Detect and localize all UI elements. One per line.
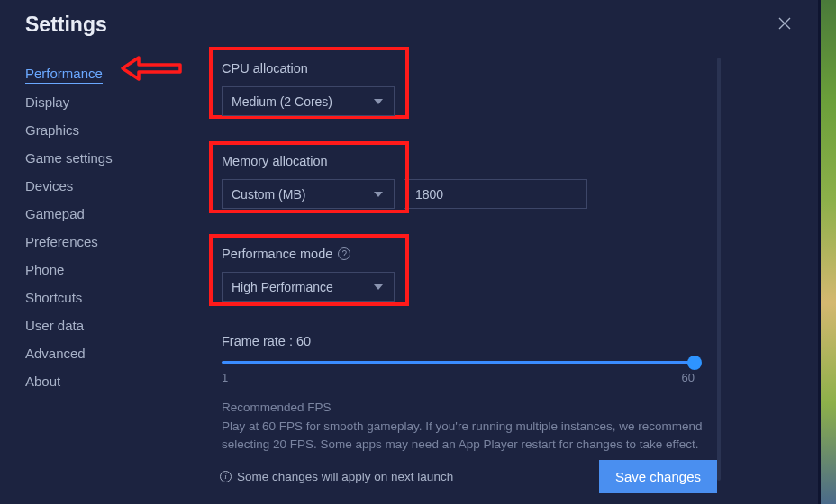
sidebar-item-graphics[interactable]: Graphics [25,116,207,144]
sidebar: Performance Display Graphics Game settin… [0,43,207,504]
header: Settings [0,0,818,43]
info-icon: i [220,471,232,482]
sidebar-item-performance[interactable]: Performance [25,59,103,84]
framerate-slider-thumb[interactable] [687,356,702,370]
chevron-down-icon [374,284,383,290]
memory-allocation-select[interactable]: Custom (MB) [222,179,395,209]
sidebar-item-preferences[interactable]: Preferences [25,228,207,256]
sidebar-item-advanced[interactable]: Advanced [25,339,207,367]
scrollbar[interactable] [717,58,721,481]
memory-allocation-value: Custom (MB) [232,187,305,202]
sidebar-item-phone[interactable]: Phone [25,256,207,284]
close-button[interactable] [775,13,795,38]
page-title: Settings [25,13,107,37]
cpu-allocation-select[interactable]: Medium (2 Cores) [222,86,395,116]
sidebar-item-about[interactable]: About [25,367,207,395]
content-area: CPU allocation Medium (2 Cores) Memory a… [207,43,818,504]
memory-custom-input[interactable] [404,179,587,209]
cpu-allocation-label: CPU allocation [222,61,404,76]
close-icon [778,17,791,30]
help-icon[interactable]: ? [338,248,350,260]
footer-notice: i Some changes will apply on next launch [220,470,453,483]
framerate-min: 1 [222,371,228,384]
sidebar-item-display[interactable]: Display [25,88,207,116]
cpu-allocation-value: Medium (2 Cores) [232,94,332,109]
chevron-down-icon [374,99,383,104]
memory-allocation-label: Memory allocation [222,154,804,168]
sidebar-item-user-data[interactable]: User data [25,311,207,339]
chevron-down-icon [374,192,383,197]
performance-mode-value: High Performance [232,280,333,294]
sidebar-item-devices[interactable]: Devices [25,172,207,200]
save-changes-button[interactable]: Save changes [599,460,717,493]
footer: i Some changes will apply on next launch… [0,448,818,504]
settings-panel: Settings Performance Display Graphics Ga… [0,0,818,504]
sidebar-item-game-settings[interactable]: Game settings [25,144,207,172]
framerate-range: 1 60 [222,371,695,384]
framerate-max: 60 [682,371,695,384]
framerate-label: Frame rate : 60 [222,334,813,348]
sidebar-item-gamepad[interactable]: Gamepad [25,200,207,228]
sidebar-item-shortcuts[interactable]: Shortcuts [25,284,207,311]
performance-mode-select[interactable]: High Performance [222,272,395,302]
background-image-edge [818,0,836,504]
performance-mode-label: Performance mode ? [222,247,404,261]
recommended-fps-title: Recommended FPS [222,400,813,414]
framerate-slider[interactable] [222,361,695,364]
